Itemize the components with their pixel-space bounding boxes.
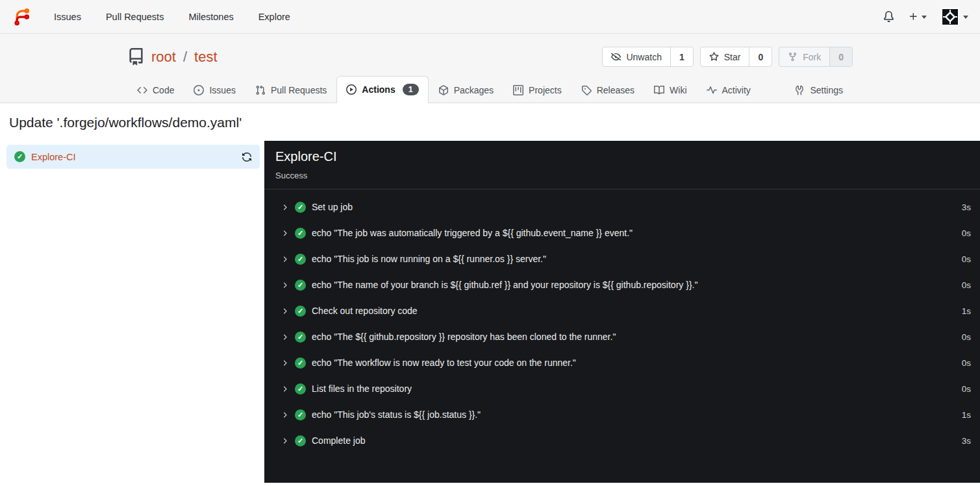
rerun-job-icon[interactable] xyxy=(242,152,252,162)
chevron-right-icon[interactable] xyxy=(281,229,289,237)
step-row[interactable]: ✓ echo "The name of your branch is ${{ g… xyxy=(264,272,980,298)
create-new-menu[interactable] xyxy=(909,12,927,21)
chevron-right-icon[interactable] xyxy=(281,203,289,212)
tab-code[interactable]: Code xyxy=(127,77,184,103)
tab-wiki[interactable]: Wiki xyxy=(644,77,696,103)
tab-issues[interactable]: Issues xyxy=(184,77,245,103)
step-success-check-icon: ✓ xyxy=(295,435,306,446)
chevron-right-icon[interactable] xyxy=(281,307,289,315)
job-name-link[interactable]: Explore-CI xyxy=(31,152,76,162)
tab-activity[interactable]: Activity xyxy=(697,77,760,103)
jobs-sidebar: ✓ Explore-CI xyxy=(0,141,264,483)
book-icon xyxy=(654,85,664,95)
step-duration: 1s xyxy=(962,306,971,316)
step-success-check-icon: ✓ xyxy=(295,280,306,291)
chevron-right-icon[interactable] xyxy=(281,333,289,341)
step-duration: 0s xyxy=(962,332,971,342)
plus-icon xyxy=(909,12,918,21)
stars-count[interactable]: 0 xyxy=(749,47,772,66)
step-row[interactable]: ✓ echo "This job is now running on a ${{… xyxy=(264,246,980,272)
step-success-check-icon: ✓ xyxy=(295,306,306,317)
step-success-check-icon: ✓ xyxy=(295,409,306,420)
step-name: Check out repository code xyxy=(312,306,418,316)
step-row[interactable]: ✓ List files in the repository 0s xyxy=(264,376,980,402)
step-row[interactable]: ✓ Set up job 3s xyxy=(264,194,980,220)
step-success-check-icon: ✓ xyxy=(295,358,306,369)
forgejo-logo-icon[interactable] xyxy=(12,7,31,27)
main-nav: Issues Pull Requests Milestones Explore xyxy=(42,0,303,34)
tab-settings[interactable]: Settings xyxy=(785,77,853,103)
tab-pull-requests[interactable]: Pull Requests xyxy=(245,77,336,103)
step-name: echo "The name of your branch is ${{ git… xyxy=(312,280,697,290)
step-name: echo "The job was automatically triggere… xyxy=(312,228,633,238)
notifications-bell-icon[interactable] xyxy=(883,11,894,22)
job-item-explore-ci[interactable]: ✓ Explore-CI xyxy=(6,145,260,169)
nav-pull-requests[interactable]: Pull Requests xyxy=(94,0,176,34)
top-navbar: Issues Pull Requests Milestones Explore xyxy=(0,0,980,34)
avatar xyxy=(941,8,959,26)
chevron-right-icon[interactable] xyxy=(281,411,289,419)
tab-actions[interactable]: Actions 1 xyxy=(336,76,428,103)
step-success-check-icon: ✓ xyxy=(295,254,306,265)
step-name: echo "This job is now running on a ${{ r… xyxy=(312,254,546,264)
actions-count-badge: 1 xyxy=(403,84,419,95)
fork-label: Fork xyxy=(803,52,821,62)
chevron-down-icon xyxy=(922,16,927,19)
git-pull-request-icon xyxy=(255,85,266,95)
step-success-check-icon: ✓ xyxy=(295,383,306,395)
job-log-panel: Explore-CI Success ✓ Set up job 3s xyxy=(264,141,980,483)
chevron-right-icon[interactable] xyxy=(281,437,289,445)
step-name: echo "The ${{ github.repository }} repos… xyxy=(312,332,616,342)
chevron-right-icon[interactable] xyxy=(281,359,289,367)
chevron-right-icon[interactable] xyxy=(281,281,289,289)
step-row[interactable]: ✓ Check out repository code 1s xyxy=(264,298,980,324)
star-button[interactable]: Star 0 xyxy=(700,47,772,67)
step-duration: 3s xyxy=(962,202,971,212)
step-row[interactable]: ✓ echo "The ${{ github.repository }} rep… xyxy=(264,324,980,350)
step-name: echo "This job's status is ${{ job.statu… xyxy=(312,409,481,420)
pulse-icon xyxy=(707,85,717,95)
watchers-count[interactable]: 1 xyxy=(670,47,693,66)
package-icon xyxy=(438,85,449,95)
fork-icon xyxy=(788,52,798,62)
step-duration: 0s xyxy=(962,228,971,238)
star-label: Star xyxy=(724,52,741,62)
nav-milestones[interactable]: Milestones xyxy=(176,0,245,34)
repo-header: root / test Unwatch 1 Star 0 xyxy=(0,34,980,103)
play-circle-icon xyxy=(346,84,357,95)
step-row[interactable]: ✓ echo "The job was automatically trigge… xyxy=(264,220,980,246)
nav-explore[interactable]: Explore xyxy=(246,0,303,34)
repo-name-link[interactable]: test xyxy=(194,49,217,66)
code-icon xyxy=(137,85,147,95)
step-success-check-icon: ✓ xyxy=(295,228,306,239)
job-log-title: Explore-CI xyxy=(275,149,969,164)
step-duration: 1s xyxy=(962,410,971,420)
chevron-right-icon[interactable] xyxy=(281,255,289,263)
unwatch-label: Unwatch xyxy=(626,52,661,62)
repo-tabs: Code Issues Pull Requests Actions 1 Pack… xyxy=(127,75,853,103)
step-duration: 0s xyxy=(962,358,971,368)
step-name: Complete job xyxy=(312,435,366,446)
repo-owner-link[interactable]: root xyxy=(151,49,176,66)
tag-icon xyxy=(581,85,592,95)
step-success-check-icon: ✓ xyxy=(295,202,306,213)
tab-packages[interactable]: Packages xyxy=(429,77,503,103)
tab-releases[interactable]: Releases xyxy=(572,77,644,103)
job-log-header: Explore-CI Success xyxy=(264,141,980,189)
step-success-check-icon: ✓ xyxy=(295,332,306,343)
tab-projects[interactable]: Projects xyxy=(503,77,572,103)
unwatch-button[interactable]: Unwatch 1 xyxy=(602,47,693,67)
issue-opened-icon xyxy=(194,85,204,95)
step-row[interactable]: ✓ echo "The workflow is now ready to tes… xyxy=(264,350,980,376)
user-menu[interactable] xyxy=(941,8,968,26)
chevron-down-icon xyxy=(963,16,968,19)
step-row[interactable]: ✓ Complete job 3s xyxy=(264,428,980,454)
chevron-right-icon[interactable] xyxy=(281,385,289,393)
step-row[interactable]: ✓ echo "This job's status is ${{ job.sta… xyxy=(264,402,980,428)
step-duration: 0s xyxy=(962,254,971,264)
fork-button: Fork 0 xyxy=(779,47,853,67)
eye-closed-icon xyxy=(611,52,621,62)
project-icon xyxy=(513,85,523,95)
nav-issues[interactable]: Issues xyxy=(42,0,94,34)
job-status-text: Success xyxy=(275,171,969,180)
